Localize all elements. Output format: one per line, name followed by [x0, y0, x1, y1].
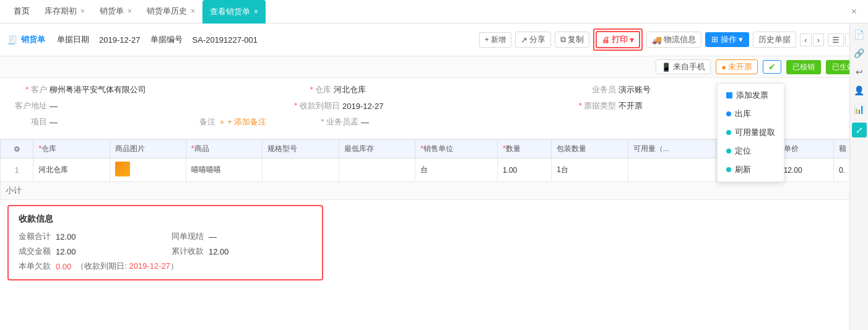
dropdown-available-qty[interactable]: 可用量提取 — [718, 123, 784, 142]
form-group-address: 客户地址 — — [10, 100, 289, 111]
tab-check-sales[interactable]: 查看销货单 × — [202, 0, 266, 24]
ticket-field: 票据类型 不开票 — [579, 100, 693, 111]
row-unit: 台 — [415, 158, 497, 182]
tab-bar: 首页 库存期初 × 销货单 × 销货单历史 × 查看销货单 × × — [0, 0, 868, 24]
from-phone-button[interactable]: 📱 来自手机 — [656, 59, 711, 74]
sidebar-chart-icon[interactable]: 📊 — [854, 104, 864, 114]
col-qty: *数量 — [497, 140, 551, 158]
col-price: 单价 — [778, 140, 833, 158]
share-button[interactable]: ↗ 分享 — [515, 32, 551, 48]
operation-button[interactable]: ⊞ 操作 ▾ — [705, 32, 749, 47]
note-label: 备注 — [178, 116, 215, 128]
cumulative-value: 12.00 — [209, 247, 229, 256]
outbound-label: 出库 — [735, 108, 751, 119]
same-order-value: — — [209, 232, 217, 241]
copy-button[interactable]: ⧉ 复制 — [555, 32, 589, 48]
sidebar-user-icon[interactable]: 👤 — [854, 85, 864, 95]
next-arrow[interactable]: › — [813, 33, 824, 46]
tab-sales-history[interactable]: 销货单历史 × — [139, 0, 202, 24]
history-button[interactable]: 历史单据 — [753, 32, 796, 48]
print-button[interactable]: 🖨 打印 ▾ — [596, 31, 640, 48]
note-field: 备注 ＋ + 添加备注 — [178, 116, 266, 128]
check-button[interactable]: ✔ — [763, 60, 781, 74]
list-view-button[interactable]: ☰ — [828, 33, 844, 46]
transaction-label: 成交金额 — [19, 246, 51, 257]
row-warehouse: 河北仓库 — [33, 158, 110, 182]
payment-date-value: 2019-12-27 — [342, 102, 417, 111]
row-pack-qty: 1台 — [552, 158, 628, 182]
global-close-button[interactable]: × — [846, 6, 862, 17]
address-field: 客户地址 — — [10, 100, 124, 111]
transaction-row: 成交金额 12.00 — [19, 246, 159, 257]
subtotal-row: 小计 — [1, 182, 868, 200]
no-label: 单据编号 — [150, 34, 183, 45]
no-value: SA-20191227-001 — [193, 35, 258, 45]
already-cancelled-button[interactable]: 已核销 — [786, 60, 821, 74]
row-num: 1 — [1, 158, 33, 182]
dropdown-add-invoice[interactable]: 添加发票 — [718, 86, 784, 105]
tab-sales-order-label: 销货单 — [100, 6, 124, 17]
tab-sales-history-close[interactable]: × — [191, 7, 195, 15]
transaction-value: 12.00 — [56, 247, 76, 256]
form-group-customer: 客户 柳州粤港平安气体有限公司 — [10, 84, 289, 95]
dropdown-refresh[interactable]: 刷新 — [718, 160, 784, 179]
locate-label: 定位 — [735, 145, 751, 157]
operation-dropdown-icon: ▾ — [739, 35, 743, 44]
sidebar-link-icon[interactable]: 🔗 — [854, 48, 864, 58]
refresh-icon — [726, 167, 731, 172]
locate-icon — [726, 149, 731, 154]
refresh-label: 刷新 — [735, 164, 751, 175]
payment-date-label: 收款到期日 — [294, 100, 340, 111]
sales-staff-field: * 业务员孟 — — [321, 116, 435, 128]
subtotal-label: 小计 — [6, 186, 22, 195]
not-open-button[interactable]: ● 未开票 — [716, 59, 758, 74]
grid-icon: ⊞ — [711, 35, 718, 44]
available-qty-icon — [726, 130, 731, 135]
nav-arrows: ‹ › — [800, 33, 824, 46]
tab-home[interactable]: 首页 — [6, 0, 37, 24]
sidebar-expand-icon[interactable]: ⤢ — [852, 123, 867, 137]
warehouse-field: 仓库 河北仓库 — [294, 84, 408, 95]
cumulative-row: 累计收款 12.00 — [171, 246, 312, 257]
dropdown-outbound[interactable]: 出库 — [718, 105, 784, 123]
staff-field: 业务员 演示账号 — [579, 84, 693, 95]
new-button[interactable]: + 新增 — [479, 32, 511, 48]
same-order-label: 同单现结 — [171, 231, 204, 242]
tab-sales-order[interactable]: 销货单 × — [92, 0, 139, 24]
customer-field: 客户 柳州粤港平安气体有限公司 — [10, 84, 146, 95]
share-icon: ↗ — [521, 35, 527, 45]
tab-inventory[interactable]: 库存期初 × — [37, 0, 92, 24]
ticket-label: 票据类型 — [579, 100, 617, 111]
tab-home-label: 首页 — [14, 6, 30, 17]
customer-value: 柳州粤港平安气体有限公司 — [50, 84, 146, 95]
sales-staff-label: * 业务员孟 — [321, 116, 358, 128]
sub-actions-bar: 📱 来自手机 ● 未开票 ✔ 已核销 已生效 — [0, 56, 868, 78]
prev-arrow[interactable]: ‹ — [800, 33, 811, 46]
sidebar-return-icon[interactable]: ↩ — [856, 67, 863, 77]
this-order-row: 本单欠款 0.00 （收款到期日: 2019-12-27） — [19, 261, 312, 272]
staff-value: 演示账号 — [618, 84, 693, 95]
circle-icon: ● — [721, 63, 726, 72]
same-order-row: 同单现结 — — [171, 231, 312, 242]
col-available: 可用量（... — [628, 140, 716, 158]
dropdown-locate[interactable]: 定位 — [718, 142, 784, 160]
form-group-payment-date: 收款到期日 2019-12-27 — [294, 100, 573, 111]
product-image — [115, 162, 130, 176]
payment-info-box: 收款信息 金额合计 12.00 同单现结 — 成交金额 12.00 累计收款 1… — [7, 205, 323, 280]
form-group-warehouse: 仓库 河北仓库 — [294, 84, 573, 95]
ticket-value: 不开票 — [618, 100, 693, 111]
logistics-button[interactable]: 🚚 物流信息 — [646, 32, 701, 48]
tab-sales-order-close[interactable]: × — [128, 7, 132, 15]
sidebar-doc-icon[interactable]: 📄 — [854, 30, 864, 40]
tab-check-sales-close[interactable]: × — [254, 7, 258, 16]
operation-dropdown-menu: 添加发票 出库 可用量提取 定位 刷新 — [717, 83, 784, 182]
payment-title: 收款信息 — [19, 214, 312, 225]
sales-staff-value: — — [361, 118, 435, 127]
tab-inventory-close[interactable]: × — [80, 7, 85, 15]
project-field: 项目 — — [10, 116, 124, 128]
doc-title-section: 🧾 销货单 — [7, 34, 57, 45]
doc-title-text: 销货单 — [21, 34, 45, 45]
right-sidebar: 📄 🔗 ↩ 👤 📊 ⤢ — [849, 24, 868, 330]
add-note-button[interactable]: ＋ + 添加备注 — [218, 116, 266, 128]
col-image: 商品图片 — [110, 140, 186, 158]
